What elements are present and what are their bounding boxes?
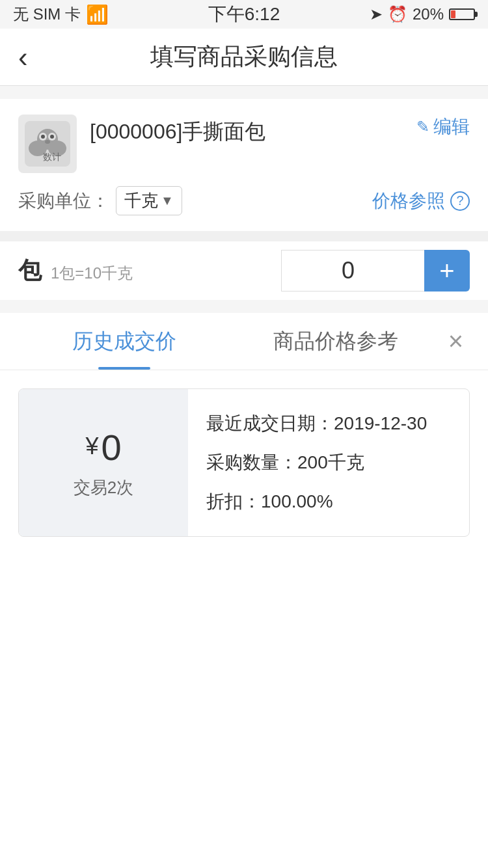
- battery-indicator: [449, 8, 475, 20]
- discount-value: 100.00%: [261, 491, 333, 511]
- wifi-icon: 📶: [86, 4, 109, 25]
- product-left: 数计 [0000006]手撕面包: [18, 115, 265, 173]
- recent-date-row: 最近成交日期：2019-12-30: [206, 410, 451, 437]
- product-name: [0000006]手撕面包: [90, 117, 265, 146]
- location-icon: ➤: [370, 5, 383, 23]
- discount-label: 折扣：: [206, 491, 261, 511]
- page-background: [0, 555, 488, 868]
- svg-point-6: [45, 140, 50, 144]
- nav-bar: ‹ 填写商品采购信息: [0, 29, 488, 86]
- tab-price-ref-label: 商品价格参考: [273, 327, 398, 356]
- price-ref-button[interactable]: 价格参照 ?: [372, 189, 470, 213]
- edit-button[interactable]: ✎ 编辑: [416, 115, 470, 139]
- trade-count: 交易2次: [74, 476, 133, 499]
- quantity-section: 包 1包=10千克 +: [0, 241, 488, 300]
- tab-section: 历史成交价 商品价格参考 × ¥ 0 交易2次 最近成交日期：2019-12-3…: [0, 313, 488, 555]
- tab-history-label: 历史成交价: [72, 327, 176, 356]
- unit-value: 千克: [124, 189, 158, 212]
- info-icon: ?: [450, 191, 470, 211]
- back-button[interactable]: ‹: [18, 41, 28, 74]
- product-meta: 采购单位： 千克 ▼ 价格参照 ?: [18, 186, 470, 215]
- tab-price-ref[interactable]: 商品价格参考: [230, 313, 441, 370]
- recent-date-value: 2019-12-30: [334, 413, 427, 433]
- tab-history-price[interactable]: 历史成交价: [18, 313, 230, 370]
- section-divider: [0, 231, 488, 241]
- edit-label: 编辑: [433, 115, 470, 139]
- qty-left: 包 1包=10千克: [18, 255, 133, 287]
- qty-plus-button[interactable]: +: [424, 250, 470, 292]
- status-bar: 无 SIM 卡 📶 下午6:12 ➤ ⏰ 20%: [0, 0, 488, 29]
- tab-header: 历史成交价 商品价格参考 ×: [0, 313, 488, 370]
- card-price-summary: ¥ 0 交易2次: [19, 389, 188, 536]
- price-ref-label: 价格参照: [372, 189, 445, 213]
- status-left: 无 SIM 卡 📶: [13, 4, 109, 25]
- product-logo: 数计: [25, 121, 70, 167]
- product-section: 数计 [0000006]手撕面包 ✎ 编辑 采购单位： 千克 ▼ 价格参照 ?: [0, 99, 488, 231]
- price-display: ¥ 0: [85, 426, 121, 468]
- close-icon: ×: [448, 327, 463, 355]
- qty-unit-desc: 1包=10千克: [51, 263, 133, 284]
- discount-row: 折扣：100.00%: [206, 488, 451, 515]
- alarm-icon: ⏰: [388, 5, 407, 23]
- sim-label: 无 SIM 卡: [13, 4, 81, 25]
- qty-row: 采购数量：200千克: [206, 449, 451, 476]
- back-icon: ‹: [18, 41, 28, 74]
- unit-select[interactable]: 千克 ▼: [116, 186, 182, 215]
- svg-point-5: [50, 135, 54, 139]
- page-title: 填写商品采购信息: [150, 41, 338, 73]
- history-content: ¥ 0 交易2次 最近成交日期：2019-12-30 采购数量：200千克 折扣…: [0, 370, 488, 555]
- product-header: 数计 [0000006]手撕面包 ✎ 编辑: [18, 115, 470, 173]
- tab-active-indicator: [98, 367, 150, 370]
- status-time: 下午6:12: [208, 2, 280, 27]
- unit-label: 采购单位： 千克 ▼: [18, 186, 182, 215]
- product-thumbnail: 数计: [18, 115, 77, 173]
- svg-point-4: [41, 135, 45, 139]
- tab-close-button[interactable]: ×: [442, 327, 470, 356]
- card-detail: 最近成交日期：2019-12-30 采购数量：200千克 折扣：100.00%: [188, 389, 469, 536]
- qty-detail-label: 采购数量：: [206, 452, 297, 472]
- qty-right: +: [281, 250, 470, 292]
- plus-icon: +: [439, 256, 454, 286]
- chevron-down-icon: ▼: [161, 193, 174, 208]
- status-right: ➤ ⏰ 20%: [370, 5, 475, 23]
- qty-detail-value: 200千克: [297, 452, 364, 472]
- price-value: 0: [101, 426, 121, 468]
- svg-text:数计: 数计: [43, 152, 61, 162]
- price-symbol: ¥: [85, 433, 98, 460]
- recent-date-label: 最近成交日期：: [206, 413, 334, 433]
- edit-icon: ✎: [416, 118, 429, 136]
- quantity-input[interactable]: [281, 250, 424, 292]
- history-card: ¥ 0 交易2次 最近成交日期：2019-12-30 采购数量：200千克 折扣…: [18, 388, 470, 537]
- qty-unit: 包: [18, 255, 42, 287]
- battery-pct: 20%: [413, 5, 444, 23]
